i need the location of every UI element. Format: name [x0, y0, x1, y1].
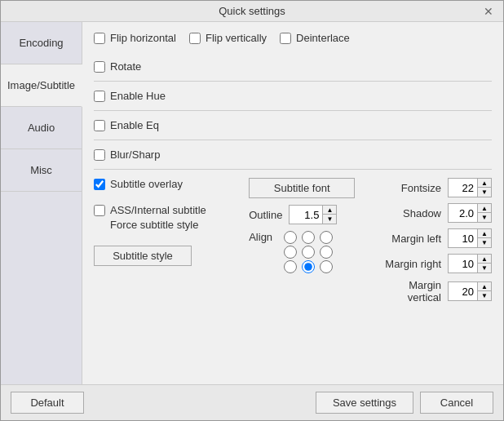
rotate-label[interactable]: Rotate: [110, 60, 141, 73]
cancel-button[interactable]: Cancel: [420, 392, 493, 414]
enable-eq-checkbox[interactable]: [94, 120, 105, 131]
margin-right-input[interactable]: [449, 256, 477, 272]
subtitle-middle-panel: Subtitle font Outline ▲ ▼: [249, 178, 363, 273]
fontsize-down-arrow[interactable]: ▼: [478, 188, 491, 197]
title-bar: Quick settings ✕: [1, 1, 503, 22]
bottom-bar: Default Save settings Cancel: [1, 384, 503, 420]
window: Quick settings ✕ Encoding Image/Subtitle…: [0, 0, 504, 421]
sidebar: Encoding Image/Subtitle Audio Misc: [1, 22, 82, 384]
blur-sharp-row: Blur/Sharp: [94, 148, 492, 161]
margin-left-spinbox: ▲ ▼: [448, 228, 492, 248]
outline-up-arrow[interactable]: ▲: [323, 206, 336, 215]
ass-internal-row: ASS/Internal subtitleForce subtitle styl…: [94, 203, 236, 233]
enable-hue-checkbox[interactable]: [94, 91, 105, 102]
bottom-bar-right: Save settings Cancel: [316, 392, 493, 414]
margin-right-down-arrow[interactable]: ▼: [478, 264, 491, 273]
fontsize-input[interactable]: [449, 180, 477, 196]
margin-vertical-up-arrow[interactable]: ▲: [478, 282, 491, 291]
sidebar-item-misc[interactable]: Misc: [1, 149, 82, 192]
ass-internal-checkbox[interactable]: [94, 205, 105, 216]
shadow-label: Shadow: [376, 207, 441, 219]
margin-vertical-arrows: ▲ ▼: [477, 282, 491, 300]
blur-sharp-label[interactable]: Blur/Sharp: [110, 148, 160, 161]
deinterlace-checkbox[interactable]: [280, 33, 291, 44]
fontsize-up-arrow[interactable]: ▲: [478, 179, 491, 188]
sidebar-item-image-subtitle[interactable]: Image/Subtitle: [1, 64, 82, 107]
subtitle-main-row: Subtitle overlay ASS/Internal subtitleFo…: [94, 178, 492, 306]
shadow-down-arrow[interactable]: ▼: [478, 213, 491, 222]
subtitle-left-panel: Subtitle overlay ASS/Internal subtitleFo…: [94, 178, 236, 266]
margin-left-input[interactable]: [449, 231, 477, 246]
flip-vertically-label[interactable]: Flip vertically: [206, 32, 267, 44]
subtitle-style-button[interactable]: Subtitle style: [94, 246, 192, 266]
margin-left-down-arrow[interactable]: ▼: [478, 238, 491, 247]
enable-eq-row: Enable Eq: [94, 119, 492, 131]
enable-hue-row: Enable Hue: [94, 90, 492, 102]
margin-vertical-down-arrow[interactable]: ▼: [478, 291, 491, 300]
default-button[interactable]: Default: [11, 392, 84, 414]
flip-vertically-row: Flip vertically: [189, 32, 267, 44]
subtitle-overlay-label[interactable]: Subtitle overlay: [110, 178, 183, 190]
blur-sharp-checkbox[interactable]: [94, 149, 105, 161]
align-bc[interactable]: [302, 260, 315, 273]
margin-right-up-arrow[interactable]: ▲: [478, 255, 491, 264]
fontsize-spinbox: ▲ ▼: [448, 178, 492, 197]
align-mc[interactable]: [302, 246, 315, 259]
enable-hue-label[interactable]: Enable Hue: [110, 90, 166, 102]
subtitle-font-button[interactable]: Subtitle font: [249, 178, 355, 198]
rotate-checkbox[interactable]: [94, 61, 105, 73]
align-bl[interactable]: [284, 260, 297, 273]
align-br[interactable]: [320, 260, 333, 273]
shadow-row: Shadow ▲ ▼: [376, 203, 492, 223]
align-tl[interactable]: [284, 231, 297, 244]
flip-vertically-checkbox[interactable]: [189, 33, 201, 44]
outline-down-arrow[interactable]: ▼: [323, 215, 336, 224]
sidebar-item-encoding[interactable]: Encoding: [1, 22, 82, 64]
align-tc[interactable]: [302, 231, 315, 244]
fontsize-label: Fontsize: [376, 182, 441, 194]
flip-horizontal-checkbox[interactable]: [94, 33, 105, 44]
enable-eq-label[interactable]: Enable Eq: [110, 119, 159, 131]
divider-1: [94, 81, 492, 82]
content-area: Encoding Image/Subtitle Audio Misc Flip …: [1, 22, 503, 384]
deinterlace-row: Deinterlace: [280, 32, 350, 44]
main-panel: Flip horizontal Flip vertically Deinterl…: [82, 22, 503, 384]
margin-left-label: Margin left: [376, 233, 441, 245]
align-radio-grid: [284, 231, 336, 273]
rotate-row: Rotate: [94, 60, 492, 73]
flip-horizontal-label[interactable]: Flip horizontal: [110, 32, 176, 44]
shadow-up-arrow[interactable]: ▲: [478, 204, 491, 213]
outline-input[interactable]: [290, 207, 322, 223]
margin-left-arrows: ▲ ▼: [477, 229, 491, 247]
margin-left-up-arrow[interactable]: ▲: [478, 229, 491, 238]
top-options-row: Flip horizontal Flip vertically Deinterl…: [94, 32, 492, 52]
window-title: Quick settings: [24, 5, 480, 17]
outline-spinbox: ▲ ▼: [289, 205, 337, 224]
subtitle-overlay-checkbox[interactable]: [94, 179, 105, 190]
ass-internal-label[interactable]: ASS/Internal subtitleForce subtitle styl…: [110, 203, 206, 233]
margin-vertical-row: Margin vertical ▲ ▼: [376, 279, 492, 304]
align-mr[interactable]: [320, 246, 333, 259]
outline-arrows: ▲ ▼: [322, 206, 336, 224]
margin-left-row: Margin left ▲ ▼: [376, 228, 492, 248]
margin-vertical-spinbox: ▲ ▼: [448, 281, 492, 301]
divider-4: [94, 169, 492, 170]
deinterlace-label[interactable]: Deinterlace: [296, 32, 350, 44]
margin-vertical-label: Margin vertical: [376, 279, 441, 304]
outline-row: Outline ▲ ▼: [249, 205, 363, 224]
divider-2: [94, 110, 492, 111]
fontsize-row: Fontsize ▲ ▼: [376, 178, 492, 197]
margin-right-row: Margin right ▲ ▼: [376, 254, 492, 273]
margin-right-label: Margin right: [376, 258, 441, 270]
margin-right-spinbox: ▲ ▼: [448, 254, 492, 273]
sidebar-item-audio[interactable]: Audio: [1, 107, 82, 149]
divider-3: [94, 140, 492, 140]
margin-vertical-input[interactable]: [449, 284, 477, 299]
shadow-input[interactable]: [449, 206, 477, 221]
close-button[interactable]: ✕: [480, 5, 497, 18]
subtitle-section: Subtitle overlay ASS/Internal subtitleFo…: [94, 178, 492, 306]
align-ml[interactable]: [284, 246, 297, 259]
save-settings-button[interactable]: Save settings: [316, 392, 413, 414]
shadow-spinbox: ▲ ▼: [448, 203, 492, 223]
align-tr[interactable]: [320, 231, 333, 244]
